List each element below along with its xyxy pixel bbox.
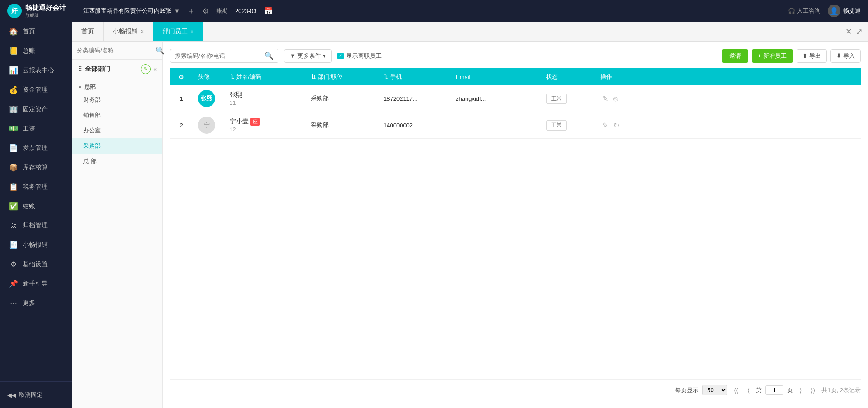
table-row: 2 宁 宁小壹 应 12: [170, 112, 861, 139]
sidebar-item-reports[interactable]: 📊 云报表中心: [0, 61, 72, 80]
sidebar-item-label: 总账: [23, 47, 35, 55]
page-unit: 页: [787, 386, 793, 394]
tab-dept-employee[interactable]: 部门员工 ×: [153, 22, 203, 41]
tab-dept-employee-close[interactable]: ×: [190, 28, 193, 35]
sidebar-item-archive[interactable]: 🗂 归档管理: [0, 216, 72, 235]
dept-edit-button[interactable]: ✎: [141, 64, 151, 74]
sidebar: 🏠 首页 📒 总账 📊 云报表中心 💰 资金管理 🏢 固定资产 💵 工资 📄 发…: [0, 22, 72, 408]
row1-edit-button[interactable]: ✎: [602, 95, 608, 103]
last-page-button[interactable]: ⟩⟩: [808, 386, 818, 395]
row2-status: 正常: [541, 112, 595, 139]
sidebar-item-inventory[interactable]: 📦 库存核算: [0, 158, 72, 177]
row2-index: 2: [170, 112, 193, 139]
sidebar-item-settings[interactable]: ⚙ 基础设置: [0, 254, 72, 274]
tab-dept-employee-label: 部门员工: [162, 28, 188, 36]
show-resign-checkbox-area[interactable]: ✓ 显示离职员工: [337, 52, 382, 60]
dept-item-office[interactable]: 办公室: [72, 123, 162, 138]
ledger-icon: 📒: [9, 47, 18, 55]
sidebar-item-home[interactable]: 🏠 首页: [0, 22, 72, 41]
calendar-icon[interactable]: 📅: [264, 7, 273, 15]
next-page-button[interactable]: ⟩: [797, 386, 804, 395]
sidebar-item-assets[interactable]: 🏢 固定资产: [0, 99, 72, 119]
dept-search-input[interactable]: [77, 47, 153, 54]
logo-sub: 旗舰版: [25, 12, 66, 19]
employee-search-input[interactable]: [175, 52, 262, 59]
row2-refresh-button[interactable]: ↻: [613, 122, 619, 129]
sidebar-item-checkout[interactable]: ✅ 结账: [0, 197, 72, 216]
search-icon[interactable]: 🔍: [264, 52, 274, 60]
expense-icon: 🧾: [9, 240, 18, 249]
sidebar-item-invoice[interactable]: 📄 发票管理: [0, 138, 72, 158]
tab-expense[interactable]: 小畅报销 ×: [104, 22, 153, 41]
collapse-icon[interactable]: «: [153, 66, 157, 73]
add-employee-button[interactable]: + 新增员工: [752, 49, 793, 63]
row1-logout-button[interactable]: ⎋: [613, 95, 618, 103]
head-office-group[interactable]: ▼ 总部: [72, 80, 162, 92]
col-email: Email: [450, 68, 541, 85]
all-dept-header[interactable]: ⠿ 全部部门 ✎ «: [72, 60, 162, 79]
tax-icon: 📋: [9, 183, 18, 191]
left-panel: 🔍 ⠿ 全部部门 ✎ « ▼ 总部 财务部 销售部 办公室 采购部: [72, 42, 163, 408]
row2-name-code: 宁小壹 应 12: [230, 117, 300, 133]
sidebar-item-salary[interactable]: 💵 工资: [0, 119, 72, 138]
settings-icon[interactable]: ⚙: [203, 7, 209, 15]
guide-icon: 📌: [9, 279, 18, 288]
col-actions: 操作: [595, 68, 861, 85]
sidebar-item-expense[interactable]: 🧾 小畅报销: [0, 235, 72, 254]
user-avatar-area[interactable]: 👤 畅捷通: [828, 5, 861, 17]
export-button[interactable]: ⬆ 导出: [797, 49, 827, 63]
first-page-button[interactable]: ⟨⟨: [731, 386, 741, 395]
cancel-fixed-button[interactable]: ◀◀ 取消固定: [0, 386, 72, 403]
row1-phone: 187202117...: [378, 85, 450, 112]
tab-expand-icon[interactable]: ⤢: [856, 27, 863, 37]
tab-close-icon[interactable]: ✕: [845, 27, 852, 37]
col-avatar: 头像: [193, 68, 224, 85]
table-row: 1 张熙 张熙 11 采购部: [170, 85, 861, 112]
row2-phone: 140000002...: [378, 112, 450, 139]
col-dept-position[interactable]: ⇅ 部门/职位: [306, 68, 378, 85]
settings-sidebar-icon: ⚙: [9, 260, 18, 268]
dept-item-sales[interactable]: 销售部: [72, 108, 162, 123]
total-records: 共1页, 2条记录: [821, 386, 861, 394]
dept-item-purchase[interactable]: 采购部: [72, 138, 162, 154]
sidebar-item-tax[interactable]: 📋 税务管理: [0, 177, 72, 197]
expand-arrow-icon: ▼: [78, 85, 82, 90]
dept-item-finance[interactable]: 财务部: [72, 92, 162, 108]
import-icon: ⬇: [836, 52, 841, 59]
more-filter-button[interactable]: ▼ 更多条件 ▾: [284, 49, 332, 63]
col-settings[interactable]: ⚙: [170, 68, 193, 85]
sidebar-item-more[interactable]: ⋯ 更多: [0, 293, 72, 313]
row1-name-code-cell: 张熙 11: [224, 85, 306, 112]
add-icon[interactable]: ＋: [187, 5, 195, 16]
sidebar-item-label: 资金管理: [23, 86, 48, 94]
import-button[interactable]: ⬇ 导入: [830, 49, 861, 63]
sort-icon-phone: ⇅: [383, 73, 388, 80]
page-content: 🔍 ⠿ 全部部门 ✎ « ▼ 总部 财务部 销售部 办公室 采购部: [72, 42, 868, 408]
table-settings-icon[interactable]: ⚙: [179, 74, 184, 80]
tab-home[interactable]: 首页: [72, 22, 104, 41]
pin-icon: ◀◀: [7, 392, 16, 399]
dept-search: 🔍: [72, 42, 162, 60]
sidebar-item-ledger[interactable]: 📒 总账: [0, 41, 72, 61]
invite-button[interactable]: 邀请: [722, 49, 748, 63]
sidebar-item-guide[interactable]: 📌 新手引导: [0, 274, 72, 293]
sidebar-item-capital[interactable]: 💰 资金管理: [0, 80, 72, 99]
tab-expense-close[interactable]: ×: [141, 28, 144, 35]
page-number-input[interactable]: [765, 385, 783, 395]
dept-item-general[interactable]: 总 部: [72, 154, 162, 169]
col-name-code[interactable]: ⇅ 姓名/编码: [224, 68, 306, 85]
header-actions-left: ＋ ⚙ 账期 2023-03 📅: [187, 5, 273, 16]
main-layout: 🏠 首页 📒 总账 📊 云报表中心 💰 资金管理 🏢 固定资产 💵 工资 📄 发…: [0, 22, 868, 408]
sidebar-item-label: 更多: [23, 299, 35, 307]
row1-status: 正常: [541, 85, 595, 112]
show-resign-checkbox[interactable]: ✓: [337, 53, 344, 59]
prev-page-button[interactable]: ⟨: [745, 386, 752, 395]
row2-code: 12: [230, 127, 300, 133]
row2-edit-button[interactable]: ✎: [602, 122, 608, 129]
company-selector[interactable]: 江西服宝精品有限责任公司内账张 ▼: [83, 7, 180, 15]
col-phone[interactable]: ⇅ 手机: [378, 68, 450, 85]
service-button[interactable]: 🎧 人工咨询: [788, 7, 821, 15]
export-label: 导出: [809, 52, 821, 60]
page-size-select[interactable]: 50 100: [702, 385, 727, 395]
content-area: 首页 小畅报销 × 部门员工 × ✕ ⤢ 🔍: [72, 22, 868, 408]
